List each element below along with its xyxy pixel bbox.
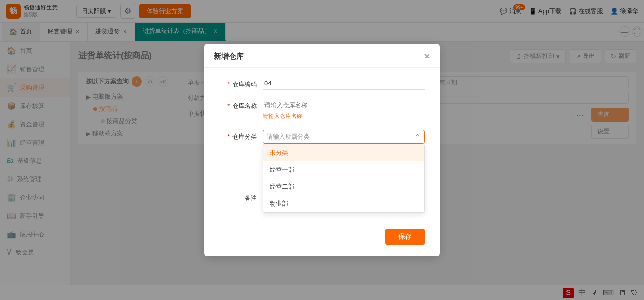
name-error-message: 请输入仓库名称 (263, 112, 346, 120)
modal-overlay[interactable]: 新增仓库 ✕ * 仓库编码 * 仓库名称 (0, 0, 644, 300)
category-placeholder: 请输入所属分类 (267, 133, 310, 141)
code-required-star: * (227, 81, 230, 88)
name-required-star: * (227, 102, 230, 109)
dropdown-item-none[interactable]: 未分类 (263, 144, 424, 161)
category-required-star: * (227, 133, 230, 140)
dropdown-item-ops1[interactable]: 经营一部 (263, 161, 424, 178)
dropdown-item-property[interactable]: 物业部 (263, 195, 424, 212)
name-row: * 仓库名称 请输入仓库名称 (219, 99, 425, 120)
category-label: * 仓库分类 (219, 130, 257, 141)
save-button[interactable]: 保存 (385, 229, 425, 245)
note-label: 备注 (219, 191, 257, 202)
name-input-wrapper: 请输入仓库名称 (263, 99, 346, 120)
modal-close-button[interactable]: ✕ (423, 51, 430, 62)
category-dropdown: 未分类 经营一部 经营二部 物业部 (263, 144, 425, 213)
name-label: * 仓库名称 (219, 99, 257, 110)
modal-header: 新增仓库 ✕ (204, 44, 440, 68)
modal-footer: 保存 (204, 229, 440, 245)
modal-title: 新增仓库 (214, 52, 244, 62)
dropdown-item-ops2[interactable]: 经营二部 (263, 178, 424, 195)
note-label-text: 备注 (245, 194, 257, 201)
category-selector[interactable]: 请输入所属分类 ⌃ (263, 130, 425, 144)
category-row: * 仓库分类 请输入所属分类 ⌃ 未分类 经营一部 经营二部 物业部 (219, 130, 425, 144)
name-label-text: 仓库名称 (232, 102, 257, 109)
code-row: * 仓库编码 (219, 77, 425, 90)
warehouse-modal: 新增仓库 ✕ * 仓库编码 * 仓库名称 (204, 44, 440, 256)
modal-body: * 仓库编码 * 仓库名称 请输入仓库名称 (204, 68, 440, 225)
name-input[interactable] (263, 99, 346, 111)
category-label-text: 仓库分类 (232, 133, 257, 140)
category-input-container: 请输入所属分类 ⌃ 未分类 经营一部 经营二部 物业部 (263, 130, 425, 144)
code-label: * 仓库编码 (219, 77, 257, 89)
code-label-text: 仓库编码 (232, 81, 257, 88)
chevron-up-icon: ⌃ (415, 133, 421, 141)
code-input[interactable] (263, 77, 425, 90)
